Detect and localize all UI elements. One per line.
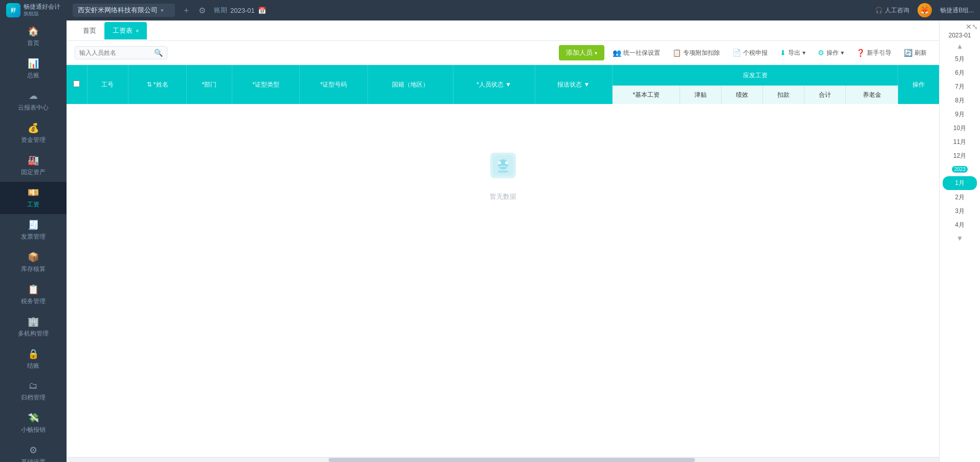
month-2[interactable]: 2月: [940, 191, 980, 204]
period-info: 账期 2023-01 📅: [214, 6, 266, 15]
th-dept: *部门: [186, 65, 232, 104]
sidebar-item-inventory[interactable]: 📦库存核算: [0, 246, 67, 279]
ledger-icon: 📊: [28, 58, 39, 69]
calendar-panel: ✕ ⤡ 2023-01 ▲ 5月 6月 7月 8月 9月 10月 11月 12月…: [939, 20, 980, 462]
month-12[interactable]: 12月: [940, 149, 980, 163]
export-action[interactable]: ⬇ 导出 ▾: [776, 47, 810, 59]
no-data-area: 暂无数据: [67, 104, 939, 242]
th-action: 操作: [898, 65, 939, 104]
social-label: 统一社保设置: [623, 49, 660, 57]
sidebar-item-invoice[interactable]: 🧾发票管理: [0, 214, 67, 246]
month-7[interactable]: 7月: [940, 80, 980, 94]
operate-chevron-icon: ▾: [841, 49, 844, 56]
month-5[interactable]: 5月: [940, 52, 980, 66]
select-all-checkbox[interactable]: [73, 80, 80, 87]
th-status: *人员状态 ▼: [453, 65, 535, 104]
guide-icon: ❓: [856, 49, 865, 57]
th-id: 工号: [87, 65, 128, 104]
header-actions: ＋ ⚙: [180, 3, 208, 18]
sidebar-label-cloud: 云报表中心: [18, 103, 49, 112]
service-label: 人工咨询: [885, 6, 909, 15]
horizontal-scrollbar[interactable]: [67, 457, 939, 462]
sidebar-item-settings[interactable]: ⚙基础设置: [0, 439, 67, 462]
sidebar-label-fund: 资金管理: [21, 136, 46, 144]
company-selector[interactable]: 西安虾米网络科技有限公司 ▾: [73, 4, 175, 17]
no-data-text: 暂无数据: [490, 192, 516, 201]
app-name: 畅捷通好会计: [24, 3, 60, 10]
cloud-icon: ☁: [29, 90, 38, 101]
scroll-thumb[interactable]: [329, 458, 695, 462]
fund-icon: 💰: [28, 122, 39, 134]
th-cert-no: *证型号码: [300, 65, 367, 104]
th-deduction: 扣款: [763, 86, 804, 104]
sidebar-item-tax[interactable]: 📋税务管理: [0, 279, 67, 311]
social-icon: 👥: [613, 49, 621, 57]
sidebar-item-fund[interactable]: 💰资金管理: [0, 117, 67, 150]
app-logo-icon: 好: [6, 3, 20, 17]
period-label: 账期: [214, 6, 227, 15]
plus-icon[interactable]: ＋: [180, 3, 192, 18]
panel-close-icon[interactable]: ✕: [966, 23, 972, 31]
month-3[interactable]: 3月: [940, 204, 980, 218]
tab-home[interactable]: 首页: [75, 22, 104, 39]
th-country: 国籍（地区）: [367, 65, 453, 104]
svg-rect-3: [498, 171, 508, 173]
sidebar-item-archive[interactable]: 🗂归档管理: [0, 375, 67, 407]
sidebar-label-close: 结账: [27, 362, 39, 370]
month-10[interactable]: 10月: [940, 121, 980, 135]
calendar-icon[interactable]: 📅: [258, 7, 266, 14]
company-name: 西安虾米网络科技有限公司: [78, 6, 158, 15]
guide-action[interactable]: ❓ 新手引导: [852, 47, 896, 59]
svg-point-4: [498, 161, 501, 164]
calendar-next-icon[interactable]: ▼: [940, 232, 980, 244]
operate-action[interactable]: ⚙ 操作 ▾: [814, 47, 848, 59]
multi-icon: 🏢: [28, 316, 39, 327]
month-6[interactable]: 6月: [940, 66, 980, 80]
tab-salary[interactable]: 工资表 ×: [104, 22, 147, 39]
add-person-button[interactable]: 添加人员 ▾: [559, 45, 604, 60]
sidebar-label-archive: 归档管理: [21, 393, 46, 402]
content-area: 首页 工资表 × 🔍 添加人员 ▾ 👥 统一社保设置 📋: [67, 20, 939, 462]
panel-expand-icon[interactable]: ⤡: [972, 23, 978, 31]
sidebar-item-asset[interactable]: 🏭固定资产: [0, 150, 67, 182]
service-button[interactable]: 🎧 人工咨询: [875, 6, 909, 15]
user-name: 畅捷通B组...: [940, 6, 974, 15]
th-total: 合计: [804, 86, 846, 104]
sidebar-item-home[interactable]: 🏠首页: [0, 20, 67, 53]
search-wrap: 🔍: [75, 46, 167, 59]
tax-action[interactable]: 📄 个税申报: [728, 47, 772, 59]
month-9[interactable]: 9月: [940, 108, 980, 121]
sidebar-label-multi: 多机构管理: [18, 329, 49, 338]
search-input[interactable]: [79, 49, 151, 56]
tab-close-icon[interactable]: ×: [136, 28, 139, 34]
month-1-active[interactable]: 1月: [943, 176, 977, 190]
close-icon: 🔒: [28, 348, 39, 360]
social-settings-action[interactable]: 👥 统一社保设置: [608, 47, 664, 59]
no-data-icon: [483, 145, 524, 186]
th-name: ⇅ *姓名: [128, 65, 186, 104]
calendar-header-year: 2023-01: [940, 31, 980, 40]
month-4[interactable]: 4月: [940, 218, 980, 232]
refresh-action[interactable]: 🔄 刷新: [900, 47, 931, 59]
settings-icon[interactable]: ⚙: [197, 4, 208, 17]
archive-icon: 🗂: [29, 381, 38, 391]
logo-area: 好 畅捷通好会计 旗舰版: [6, 3, 73, 17]
guide-label: 新手引导: [867, 49, 891, 57]
sidebar-item-cloud[interactable]: ☁云报表中心: [0, 85, 67, 117]
sidebar-item-close[interactable]: 🔒结账: [0, 343, 67, 375]
th-report-status: 报送状态 ▼: [535, 65, 612, 104]
th-performance: 绩效: [722, 86, 763, 104]
th-checkbox[interactable]: [67, 65, 87, 104]
sidebar-item-salary[interactable]: 💴工资: [0, 182, 67, 214]
calendar-year-display: 2023-01: [948, 32, 971, 39]
user-avatar[interactable]: 🦊: [918, 3, 932, 17]
sidebar-item-multi[interactable]: 🏢多机构管理: [0, 311, 67, 343]
month-11[interactable]: 11月: [940, 135, 980, 149]
month-8[interactable]: 8月: [940, 94, 980, 108]
deduct-action[interactable]: 📋 专项附加扣除: [668, 47, 724, 59]
add-person-label: 添加人员: [566, 48, 593, 57]
calendar-prev-icon[interactable]: ▲: [940, 40, 980, 52]
operate-label: 操作: [826, 49, 839, 57]
sidebar-item-expense[interactable]: 💸小畅报销: [0, 407, 67, 439]
sidebar-item-ledger[interactable]: 📊总账: [0, 53, 67, 85]
